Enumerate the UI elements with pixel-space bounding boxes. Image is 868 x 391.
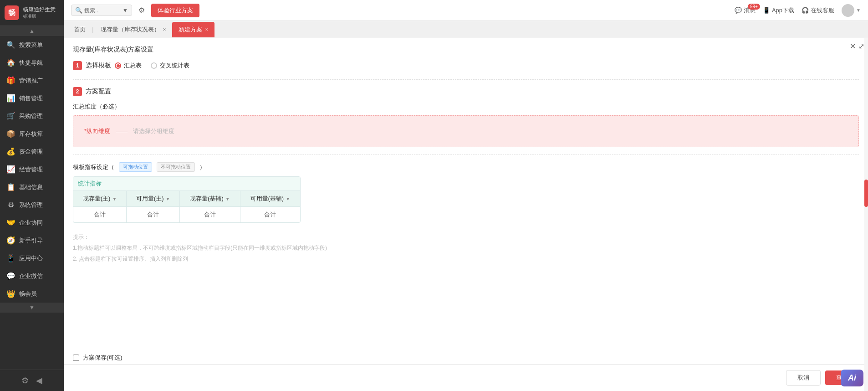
sidebar: 畅 畅康通好生意 标准版 ▲ 🔍 搜索菜单 🏠 快捷导航 🎁 营销推广 📊 销售…: [0, 0, 64, 391]
section-header-1: 1 选择模板 汇总表 交叉统计表: [73, 61, 859, 70]
col-header-2[interactable]: 现存量(基辅) ▼: [180, 191, 240, 207]
sales-icon: 📊: [6, 94, 15, 103]
sidebar-item-label: 搜索菜单: [19, 41, 43, 49]
sidebar-item-marketing[interactable]: 🎁 营销推广: [0, 72, 64, 89]
panel-expand-btn[interactable]: ⤢: [858, 42, 864, 51]
inventory-icon: 📦: [6, 129, 15, 138]
sidebar-item-operations[interactable]: 📈 经营管理: [0, 160, 64, 178]
quick-nav-icon: 🏠: [6, 58, 15, 67]
indicator-settings: 模板指标设定（ 可拖动位置 不可拖动位置 ） 统计指标: [73, 162, 859, 224]
sidebar-item-cooperation[interactable]: 🤝 企业协同: [0, 214, 64, 232]
panel-close-btn[interactable]: ✕: [850, 42, 856, 51]
tab-close-inventory[interactable]: ×: [163, 26, 166, 33]
sidebar-item-label: 基础信息: [19, 183, 43, 191]
sidebar-item-search[interactable]: 🔍 搜索菜单: [0, 36, 64, 54]
sidebar-item-guide[interactable]: 🧭 新手引导: [0, 232, 64, 249]
chevron-down-icon: ▼: [856, 8, 861, 13]
col-header-0[interactable]: 现存量(主) ▼: [73, 191, 127, 207]
sidebar-scroll-down[interactable]: ▼: [0, 303, 64, 313]
collapse-footer-btn[interactable]: ◀: [34, 374, 44, 387]
bottom-bar: 取消 查询: [64, 364, 868, 391]
sidebar-item-app-center[interactable]: 📱 应用中心: [0, 249, 64, 267]
settings-footer-btn[interactable]: ⚙: [20, 374, 31, 387]
ai-badge[interactable]: Ai: [841, 370, 863, 386]
sidebar-item-label: 系统管理: [19, 201, 43, 209]
topbar-search-input[interactable]: [84, 7, 121, 14]
wechat-icon: 💬: [6, 272, 15, 280]
cancel-button[interactable]: 取消: [786, 370, 821, 386]
content-panel: ✕ ⤢ 现存量(库存状况表)方案设置 1 选择模板 汇总表: [64, 38, 868, 391]
cell-0: 合计: [73, 207, 127, 223]
sidebar-item-basic-info[interactable]: 📋 基础信息: [0, 178, 64, 196]
topbar-service[interactable]: 🎧 在线客服: [802, 6, 834, 15]
section-title-1: 选择模板: [86, 62, 111, 70]
radio-cross-circle[interactable]: [151, 62, 157, 69]
save-checkbox[interactable]: [73, 355, 79, 361]
tab-home[interactable]: 首页: [68, 22, 91, 37]
user-avatar: [842, 4, 854, 17]
finance-icon: 💰: [6, 147, 15, 156]
indicator-tag-fixed: 不可拖动位置: [157, 162, 195, 172]
col-label-1: 可用量(主): [136, 195, 164, 203]
tabbar: 首页 | 现存量（库存状况表） × 新建方案 ×: [64, 21, 868, 38]
sidebar-item-label: 采购管理: [19, 112, 43, 120]
topbar-trial-btn[interactable]: 体验行业方案: [151, 4, 199, 17]
app-name-block: 畅康通好生意 标准版: [23, 6, 56, 20]
topbar-user[interactable]: ▼: [842, 4, 861, 17]
sidebar-logo: 畅 畅康通好生意 标准版: [0, 0, 64, 26]
template-radio-group: 汇总表 交叉统计表: [115, 62, 189, 70]
section-number-2: 2: [73, 87, 82, 96]
col-chevron-0: ▼: [112, 196, 117, 201]
topbar-dropdown-btn[interactable]: ▼: [123, 7, 128, 14]
app-center-icon: 📱: [6, 254, 15, 262]
panel-action-btns: ✕ ⤢: [850, 42, 864, 51]
sidebar-item-purchase[interactable]: 🛒 采购管理: [0, 107, 64, 125]
sidebar-item-member[interactable]: 👑 畅会员: [0, 285, 64, 303]
sidebar-item-wechat[interactable]: 💬 企业微信: [0, 267, 64, 285]
app-name: 畅康通好生意: [23, 6, 56, 14]
topbar-app-download[interactable]: 📱 App下载: [763, 6, 794, 15]
col-chevron-3: ▼: [286, 196, 290, 201]
radio-summary[interactable]: 汇总表: [115, 62, 142, 70]
service-label: 在线客服: [811, 6, 834, 15]
sidebar-item-sales[interactable]: 📊 销售管理: [0, 89, 64, 107]
col-header-3[interactable]: 可用量(基辅) ▼: [240, 191, 300, 207]
tip1-text: 1.拖动标题栏可以调整布局，不可跨维度或指标区域拖动栏目字段(只能在同一维度或指…: [73, 245, 327, 251]
page-content: 现存量(库存状况表)方案设置 1 选择模板 汇总表: [64, 38, 868, 308]
sidebar-scroll-up[interactable]: ▲: [0, 26, 64, 36]
marketing-icon: 🎁: [6, 76, 15, 85]
radio-summary-circle[interactable]: [115, 62, 121, 69]
section-number-1: 1: [73, 61, 82, 70]
sidebar-item-label: 营销推广: [19, 77, 43, 85]
sidebar-item-finance[interactable]: 💰 资金管理: [0, 143, 64, 160]
topbar-settings-btn[interactable]: ⚙: [137, 4, 147, 16]
sidebar-item-label: 快捷导航: [19, 59, 43, 67]
app-download-label: App下载: [772, 6, 794, 15]
sidebar-item-system[interactable]: ⚙ 系统管理: [0, 196, 64, 214]
scrollbar-right[interactable]: [864, 38, 868, 391]
operations-icon: 📈: [6, 165, 15, 174]
sidebar-item-label: 企业微信: [19, 272, 43, 280]
dimension-placeholder: 请选择分组维度: [133, 127, 174, 135]
sidebar-item-inventory[interactable]: 📦 库存核算: [0, 125, 64, 143]
tab-new-plan[interactable]: 新建方案 ×: [172, 22, 214, 37]
col-chevron-2: ▼: [225, 196, 230, 201]
dimension-box[interactable]: *纵向维度 —— 请选择分组维度: [73, 115, 859, 147]
topbar: 🔍 ▼ ⚙ 体验行业方案 💬 消息 99+ 📱 App下载 🎧 在线客服: [64, 0, 868, 21]
section-divider-2: [73, 154, 859, 155]
tip2-text: 2. 点击标题栏下拉可设置排序、插入列和删除列: [73, 256, 188, 262]
tips-section: 提示： 1.拖动标题栏可以调整布局，不可跨维度或指标区域拖动栏目字段(只能在同一…: [73, 232, 859, 264]
col-header-1[interactable]: 可用量(主) ▼: [127, 191, 180, 207]
tab-close-new-plan[interactable]: ×: [205, 26, 208, 33]
member-icon: 👑: [6, 289, 15, 298]
content-area: ✕ ⤢ 现存量(库存状况表)方案设置 1 选择模板 汇总表: [64, 38, 868, 391]
cooperation-icon: 🤝: [6, 218, 15, 227]
sidebar-item-quick-nav[interactable]: 🏠 快捷导航: [0, 54, 64, 72]
topbar-messages[interactable]: 💬 消息 99+: [735, 6, 756, 15]
page-title: 现存量(库存状况表)方案设置: [73, 46, 859, 54]
radio-cross[interactable]: 交叉统计表: [151, 62, 189, 70]
stats-table-container: 统计指标 现存量(主) ▼: [73, 176, 301, 223]
topbar-search-box[interactable]: 🔍 ▼: [71, 5, 132, 16]
cell-2: 合计: [180, 207, 240, 223]
tab-inventory[interactable]: 现存量（库存状况表） ×: [94, 22, 172, 37]
